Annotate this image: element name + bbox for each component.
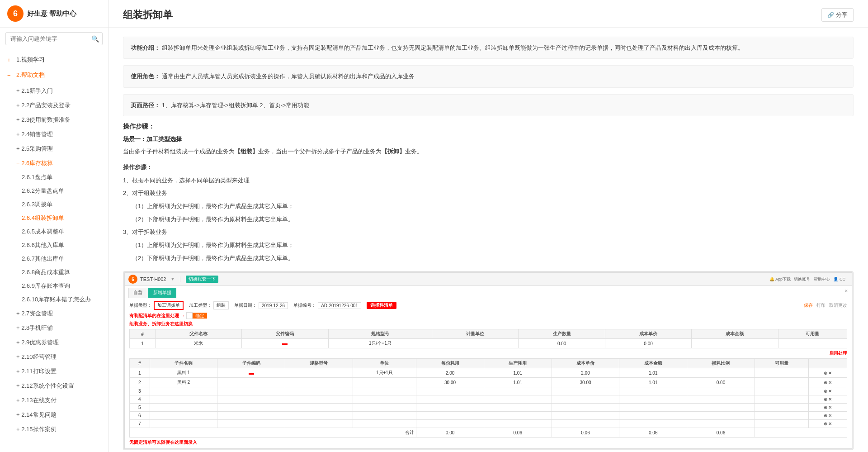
app-close-icon[interactable]: ✕ bbox=[844, 286, 848, 298]
nav-label: 2.5采购管理 bbox=[21, 145, 53, 152]
sidebar-sub-inventory: 2.6.1盘点单 2.6.2分量盘点单 2.6.3调拨单 2.6.4组装拆卸单 … bbox=[0, 171, 108, 306]
nav-section: + 1.视频学习 − 2.帮助文档 + 2.1新手入门 + 2.2产品安装及登录… bbox=[0, 50, 108, 439]
plus-icon: + bbox=[16, 145, 21, 152]
sidebar-item-sysconfig[interactable]: + 2.12系统个性化设置 bbox=[0, 379, 108, 393]
cancel-btn[interactable]: 取消更改 bbox=[829, 302, 847, 309]
print-btn[interactable]: 打印 bbox=[816, 302, 826, 309]
role-block: 使用角色： 通常由生产人员或库管人员完成拆装业务的操作，库管人员确认原材料的出库… bbox=[123, 65, 854, 87]
nav-label: 2.9优惠券管理 bbox=[21, 339, 59, 346]
annotation-label-1: 有装配清单的在这里处理 bbox=[129, 313, 179, 318]
sidebar-item-stocktake[interactable]: 2.6.1盘点单 bbox=[0, 171, 108, 184]
col-seq: # bbox=[130, 329, 156, 339]
step3: 3、对于拆装业务 bbox=[123, 227, 854, 238]
feature-intro-block: 功能介绍： 组装拆卸单用来处理企业组装或拆卸等加工业务，支持有固定装配清单的产品… bbox=[123, 37, 854, 59]
sidebar-item-faq[interactable]: + 2.14常见问题 bbox=[0, 408, 108, 422]
billno-value: AD-20191226-001 bbox=[318, 302, 361, 309]
steps-list: 操作步骤： 1、根据不同的业务，选择不同单据的类型来处理 2、对于组装业务 （1… bbox=[123, 162, 854, 264]
role-text: 通常由生产人员或库管人员完成拆装业务的操作，库管人员确认原材料的出库和产成品的入… bbox=[162, 73, 415, 80]
select-bom-badge[interactable]: 选择料清单 bbox=[367, 302, 396, 309]
sidebar-item-partial-stocktake[interactable]: 2.6.2分量盘点单 bbox=[0, 184, 108, 198]
date-value: 2019-12-26 bbox=[259, 302, 288, 309]
table-row: 2 黑料 2 30.00 1.01 30.00 1.01 0.00 bbox=[130, 378, 847, 387]
path-label: 页面路径： bbox=[131, 102, 160, 109]
sidebar-item-docs[interactable]: − 2.帮助文档 bbox=[0, 67, 108, 83]
save-btn[interactable]: 保存 bbox=[804, 302, 813, 309]
app-nav-home[interactable]: 自营 bbox=[128, 288, 147, 298]
sidebar-item-cost-recalc[interactable]: 2.6.8商品成本重算 bbox=[0, 266, 108, 279]
sidebar-item-video[interactable]: + 1.视频学习 bbox=[0, 52, 108, 67]
sidebar-item-label: 2.帮助文档 bbox=[16, 71, 45, 79]
step2: 2、对于组装业务 bbox=[123, 188, 854, 199]
sidebar-item-mobile[interactable]: + 2.8手机旺辅 bbox=[0, 321, 108, 335]
step2-sub1: （1）上部明细为父件明细，最终作为产成品生成其它入库单； bbox=[123, 201, 854, 212]
sidebar-item-transfer[interactable]: 2.6.3调拨单 bbox=[0, 198, 108, 211]
plus-icon: + bbox=[16, 131, 21, 138]
app-table-parent: # 父件名称 父件编码 规格型号 计量单位 生产数量 成本单价 成本金额 可用量 bbox=[129, 329, 847, 348]
share-icon: 🔗 bbox=[827, 12, 834, 18]
minus-icon: − bbox=[7, 72, 14, 79]
annotation-row1: 有装配清单的在这里处理 → 确定 bbox=[129, 313, 847, 319]
search-icon[interactable]: 🔍 bbox=[91, 35, 99, 43]
nav-label: 2.7资金管理 bbox=[21, 310, 53, 317]
sidebar-item-other-in[interactable]: 2.6.6其他入库单 bbox=[0, 238, 108, 252]
app-nav-new[interactable]: 新增单据 bbox=[148, 288, 176, 298]
nav-label: 2.15操作案例 bbox=[21, 426, 56, 433]
plus-icon: + bbox=[16, 102, 21, 109]
sidebar-item-assembly[interactable]: 2.6.4组装拆卸单 bbox=[0, 211, 108, 225]
nav-label: 2.2产品安装及登录 bbox=[21, 102, 71, 109]
share-label: 分享 bbox=[836, 11, 848, 19]
bom-input[interactable] bbox=[186, 312, 193, 319]
col-avail: 可用量 bbox=[778, 329, 847, 339]
sidebar-item-inventory[interactable]: − 2.6库存核算 bbox=[0, 156, 108, 171]
sidebar-item-print[interactable]: + 2.11打印设置 bbox=[0, 364, 108, 379]
sidebar-item-purchase[interactable]: + 2.5采购管理 bbox=[0, 142, 108, 156]
col-child-name: 子件名称 bbox=[150, 359, 217, 368]
bill-type-value[interactable]: 加工调拨单 bbox=[154, 301, 184, 310]
table-row: 5⊕ ✕ bbox=[130, 404, 847, 412]
sidebar-item-ledger-fix[interactable]: 2.6.10库存账本错了怎么办 bbox=[0, 293, 108, 306]
nav-label: 2.10经营管理 bbox=[21, 353, 56, 360]
col-loss: 损耗比例 bbox=[687, 359, 755, 368]
form-billtype: 单据类型： 加工调拨单 bbox=[129, 301, 184, 310]
col-unit2: 单位 bbox=[353, 359, 416, 368]
child-code-cell-1[interactable] bbox=[249, 373, 254, 375]
app-title: 好生意 帮助中心 bbox=[27, 10, 76, 18]
sidebar-item-management[interactable]: + 2.10经营管理 bbox=[0, 350, 108, 364]
col-seq2: # bbox=[130, 359, 150, 368]
sidebar-item-finance[interactable]: + 2.7资金管理 bbox=[0, 306, 108, 321]
table-row: 6⊕ ✕ bbox=[130, 412, 847, 420]
sidebar-item-dataprep[interactable]: + 2.3使用前数据准备 bbox=[0, 113, 108, 127]
sidebar-item-sales[interactable]: + 2.4销售管理 bbox=[0, 127, 108, 142]
sidebar-item-other-out[interactable]: 2.6.7其他出库单 bbox=[0, 252, 108, 266]
parent-code-cell[interactable] bbox=[282, 343, 288, 345]
sidebar-item-cost-adjust[interactable]: 2.6.5成本调整单 bbox=[0, 225, 108, 238]
col-each-use: 每份耗用 bbox=[416, 359, 484, 368]
sidebar-item-cases[interactable]: + 2.15操作案例 bbox=[0, 422, 108, 437]
share-button[interactable]: 🔗 分享 bbox=[821, 8, 854, 22]
add-type-label: 加工类型： bbox=[189, 302, 212, 309]
sidebar-sub-docs: + 2.1新手入门 + 2.2产品安装及登录 + 2.3使用前数据准备 + 2.… bbox=[0, 83, 108, 438]
form-date: 单据日期： 2019-12-26 bbox=[234, 302, 288, 309]
table-row: 3⊕ ✕ bbox=[130, 387, 847, 395]
search-input[interactable] bbox=[5, 32, 103, 45]
nav-label: 2.3使用前数据准备 bbox=[21, 116, 71, 123]
sidebar-item-payment[interactable]: + 2.13在线支付 bbox=[0, 393, 108, 408]
add-type-value[interactable]: 组装 bbox=[213, 301, 229, 309]
sidebar-item-newuser[interactable]: + 2.1新手入门 bbox=[0, 84, 108, 98]
sidebar-item-ledger[interactable]: 2.6.9库存账本查询 bbox=[0, 279, 108, 293]
plus-icon: + bbox=[16, 353, 21, 360]
confirm-btn[interactable]: 确定 bbox=[193, 313, 207, 319]
sidebar-item-label: 1.视频学习 bbox=[16, 56, 45, 64]
main-content: 组装拆卸单 🔗 分享 功能介绍： 组装拆卸单用来处理企业组装或拆卸等加工业务，支… bbox=[108, 0, 868, 452]
app-screenshot: 6 TEST-H002 ▼ 切换账套一下 🔔 App下载 切换账号 帮助中心 👤… bbox=[124, 272, 852, 449]
col-parent-code: 父件编码 bbox=[242, 329, 328, 339]
search-container[interactable]: 🔍 bbox=[0, 28, 108, 50]
sidebar-item-install[interactable]: + 2.2产品安装及登录 bbox=[0, 98, 108, 113]
date-label: 单据日期： bbox=[234, 302, 257, 309]
topbar-switch-btn[interactable]: 切换账套一下 bbox=[186, 276, 218, 283]
col-parent-name: 父件名称 bbox=[155, 329, 241, 339]
sidebar-item-coupon[interactable]: + 2.9优惠券管理 bbox=[0, 335, 108, 350]
app-topbar: 6 TEST-H002 ▼ 切换账套一下 🔔 App下载 切换账号 帮助中心 👤… bbox=[125, 273, 852, 286]
topbar-icons: 🔔 App下载 切换账号 帮助中心 👤 CC bbox=[769, 276, 845, 282]
form-addtype: 加工类型： 组装 bbox=[189, 301, 229, 309]
